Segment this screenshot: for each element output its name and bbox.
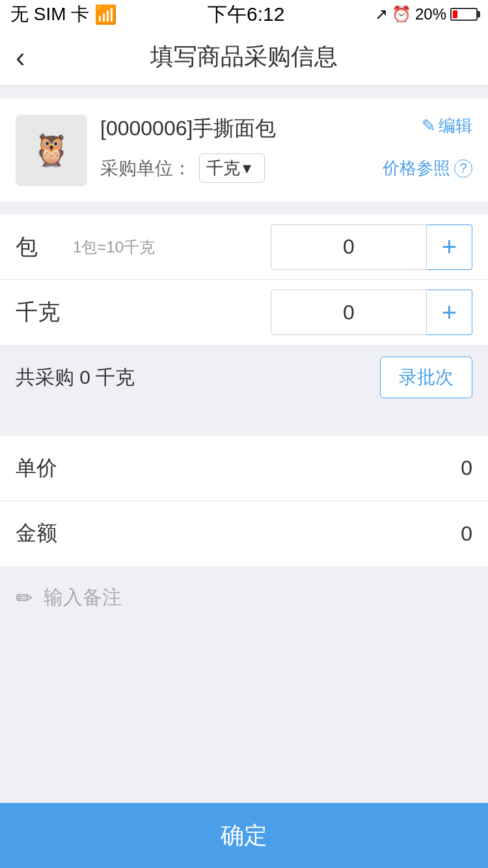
status-left: 无 SIM 卡 📶: [10, 2, 117, 27]
quantity-sub-bao: 1包=10千克: [73, 237, 155, 258]
price-value-unit: 0: [461, 456, 472, 480]
edit-button[interactable]: ✎ 编辑: [422, 115, 472, 137]
product-info: [0000006]手撕面包 采购单位： 千克 ▾ 价格参照 ?: [100, 115, 472, 183]
note-section[interactable]: ✏ 输入备注: [0, 566, 488, 629]
price-section: 单价 0 金额 0: [0, 436, 488, 566]
price-ref-question-icon: ?: [454, 159, 472, 178]
quantity-input-kg[interactable]: [271, 290, 427, 335]
product-unit-row: 采购单位： 千克 ▾ 价格参照 ?: [100, 154, 472, 183]
quantity-label-kg: 千克: [16, 297, 68, 327]
price-row-unit: 单价 0: [0, 436, 488, 501]
unit-label: 采购单位：: [100, 156, 191, 181]
price-label-unit: 单价: [16, 454, 461, 483]
total-label: 共采购 0 千克: [16, 364, 380, 391]
status-bar: 无 SIM 卡 📶 下午6:12 ↗ ⏰ 20%: [0, 0, 488, 29]
chevron-down-icon: ▾: [243, 158, 251, 178]
product-name: [0000006]手撕面包: [100, 115, 472, 143]
edit-label: 编辑: [439, 115, 472, 137]
record-batch-button[interactable]: 录批次: [380, 357, 472, 398]
quantity-input-wrapper-bao: +: [271, 224, 472, 270]
price-ref-label: 价格参照: [383, 157, 450, 180]
product-logo: 🦉: [32, 132, 71, 169]
battery-icon: [450, 8, 478, 21]
confirm-button[interactable]: 确定: [0, 803, 488, 868]
divider-mid: [0, 202, 488, 215]
price-value-amount: 0: [461, 522, 472, 546]
product-card: 🦉 [0000006]手撕面包 采购单位： 千克 ▾ 价格参照 ? ✎ 编辑: [0, 99, 488, 202]
price-label-amount: 金额: [16, 519, 461, 548]
quantity-label-bao: 包: [16, 232, 68, 262]
quantity-plus-bao[interactable]: +: [427, 224, 472, 270]
page-title: 填写商品采购信息: [150, 41, 338, 73]
quantity-section: 包 1包=10千克 + 千克 +: [0, 215, 488, 345]
divider-top: [0, 86, 488, 99]
back-button[interactable]: ‹: [16, 43, 25, 72]
price-row-amount: 金额 0: [0, 501, 488, 566]
location-icon: ↗: [375, 5, 388, 23]
quantity-input-wrapper-kg: +: [271, 290, 472, 335]
quantity-input-bao[interactable]: [271, 224, 427, 270]
wifi-icon: 📶: [94, 4, 117, 25]
quantity-plus-kg[interactable]: +: [427, 290, 472, 335]
unit-value: 千克: [206, 157, 240, 180]
price-ref-button[interactable]: 价格参照 ?: [383, 157, 472, 180]
pencil-icon: ✏: [16, 586, 33, 610]
divider-price: [0, 410, 488, 423]
quantity-row-bao: 包 1包=10千克 +: [0, 215, 488, 280]
status-right: ↗ ⏰ 20%: [375, 5, 478, 23]
battery-percentage: 20%: [415, 5, 446, 23]
edit-icon: ✎: [422, 116, 436, 136]
carrier-text: 无 SIM 卡: [10, 2, 89, 27]
product-image: 🦉: [16, 115, 87, 186]
status-time: 下午6:12: [208, 1, 284, 28]
note-placeholder: 输入备注: [44, 584, 122, 611]
quantity-row-kg: 千克 +: [0, 280, 488, 345]
alarm-icon: ⏰: [392, 5, 411, 23]
total-section: 共采购 0 千克 录批次: [0, 345, 488, 410]
nav-bar: ‹ 填写商品采购信息: [0, 29, 488, 86]
unit-select[interactable]: 千克 ▾: [199, 154, 265, 183]
